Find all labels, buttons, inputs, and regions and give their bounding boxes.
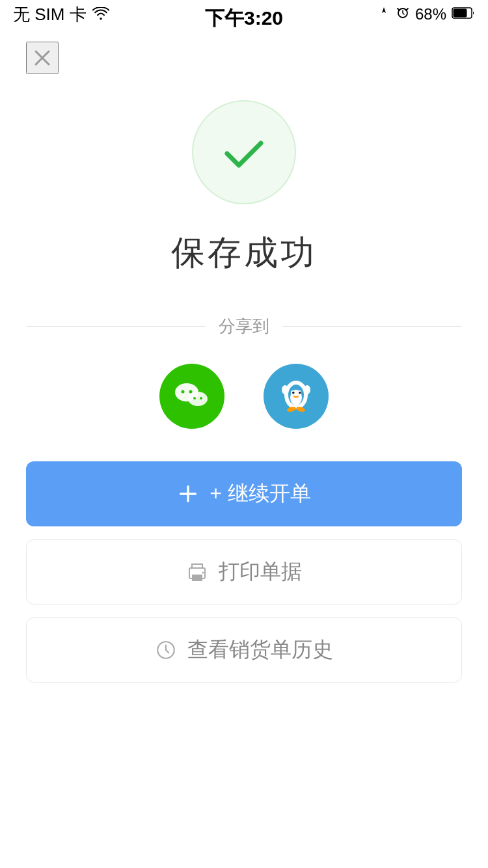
- share-divider: 分享到: [26, 315, 462, 338]
- success-title: 保存成功: [171, 230, 317, 276]
- main-content: 保存成功 分享到: [0, 29, 488, 722]
- printer-icon: [186, 561, 208, 583]
- svg-point-6: [189, 390, 193, 394]
- continue-order-button[interactable]: + 继续开单: [26, 461, 462, 526]
- qq-share-button[interactable]: [264, 364, 329, 429]
- status-right: 68%: [377, 5, 475, 23]
- svg-point-14: [292, 392, 295, 394]
- wechat-icon: [173, 379, 211, 413]
- battery-icon: [452, 5, 475, 23]
- svg-point-7: [193, 397, 196, 400]
- wechat-share-button[interactable]: [159, 364, 224, 429]
- plus-icon: [177, 483, 199, 505]
- status-bar: 无 SIM 卡 下午3:20 68%: [0, 0, 488, 29]
- share-icons-row: [26, 364, 462, 429]
- history-button-label: 查看销货单历史: [187, 636, 333, 664]
- svg-rect-2: [454, 9, 467, 18]
- success-icon-circle: [192, 100, 296, 204]
- divider-left: [26, 326, 206, 327]
- svg-point-4: [188, 392, 208, 406]
- svg-point-17: [304, 385, 310, 394]
- battery-percentage: 68%: [415, 5, 446, 23]
- history-button[interactable]: 查看销货单历史: [26, 617, 462, 683]
- print-button[interactable]: 打印单据: [26, 539, 462, 604]
- divider-right: [282, 326, 462, 327]
- wifi-icon: [92, 5, 110, 25]
- history-icon: [155, 639, 177, 661]
- alarm-icon: [396, 5, 410, 23]
- location-icon: [377, 5, 390, 23]
- svg-point-15: [299, 392, 301, 394]
- svg-point-5: [182, 390, 185, 394]
- qq-icon: [278, 377, 314, 416]
- status-left: 无 SIM 卡: [13, 3, 110, 26]
- carrier-text: 无 SIM 卡: [13, 3, 87, 26]
- print-button-label: 打印单据: [219, 558, 302, 586]
- checkmark-icon: [218, 126, 270, 178]
- share-section: 分享到: [26, 315, 462, 429]
- svg-point-16: [282, 385, 288, 394]
- svg-point-8: [200, 397, 202, 400]
- close-button[interactable]: [26, 42, 59, 74]
- action-buttons: + 继续开单 打印单据 查看销货单历史: [26, 461, 462, 683]
- share-label: 分享到: [219, 315, 269, 338]
- svg-point-22: [202, 572, 204, 574]
- svg-rect-21: [192, 575, 202, 581]
- continue-button-label: + 继续开单: [210, 480, 311, 508]
- status-time: 下午3:20: [205, 5, 283, 32]
